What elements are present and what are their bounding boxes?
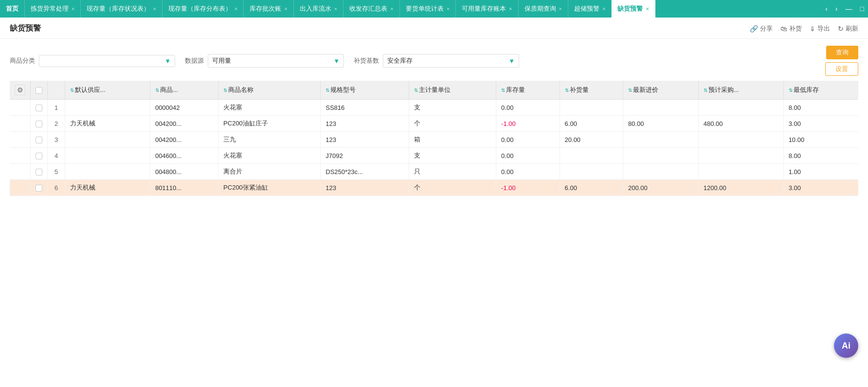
col-header-supplier[interactable]: ⇅默认供应... [65, 81, 150, 100]
row-goods-code-1: 004200... [150, 116, 218, 132]
row-checkbox-3[interactable] [31, 148, 48, 164]
col-header-stock[interactable]: ⇅库存量 [496, 81, 560, 100]
row-replenish-5: 6.00 [560, 180, 623, 196]
row-goods-code-2: 004200... [150, 132, 218, 148]
tab-shortage[interactable]: 缺货预警× [612, 0, 655, 18]
tab-demand-stats[interactable]: 要货单统计表× [400, 0, 456, 18]
col-header-replenish[interactable]: ⇅补货量 [560, 81, 623, 100]
tab-exception[interactable]: 拣货异常处理× [25, 0, 81, 18]
row-min-stock-1: 3.00 [783, 116, 858, 132]
row-select-checkbox-5[interactable] [36, 185, 42, 192]
row-select-checkbox-2[interactable] [36, 137, 42, 143]
datasource-filter-group: 数据源 可用量 ▼ [185, 54, 344, 68]
filter-actions: 查询 设置 [825, 46, 858, 76]
row-min-stock-0: 8.00 [783, 100, 858, 116]
tab-bar: 首页拣货异常处理×现存量（库存状况表）×现存量（库存分布表）×库存批次账×出入库… [0, 0, 868, 18]
tab-home[interactable]: 首页 [0, 0, 25, 18]
table-row: 4 004600... 火花塞 J7092 支 0.00 8.00 [10, 148, 858, 164]
row-select-checkbox-3[interactable] [36, 153, 42, 159]
replenish-base-filter-group: 补货基数 安全库存 ▼ [354, 54, 519, 68]
tab-close-inout-flow[interactable]: × [334, 6, 337, 12]
tab-close-inventory-dist[interactable]: × [235, 6, 237, 12]
tab-maximize-btn[interactable]: □ [856, 5, 868, 13]
tab-inout-flow[interactable]: 出入库流水× [294, 0, 344, 18]
category-select[interactable]: ▼ [39, 55, 175, 67]
share-icon: 🔗 [750, 25, 758, 33]
tab-next-btn[interactable]: › [832, 5, 842, 13]
col-header-goods-name[interactable]: ⇅商品名称 [218, 81, 321, 100]
col-header-latest-price[interactable]: ⇅最新进价 [623, 81, 699, 100]
row-checkbox-4[interactable] [31, 164, 48, 180]
row-spec-4: DS250*23c... [321, 164, 409, 180]
row-settings-1 [10, 116, 31, 132]
row-checkbox-5[interactable] [31, 180, 48, 196]
ai-button[interactable]: Ai [834, 334, 858, 358]
col-header-index [48, 81, 65, 100]
row-checkbox-2[interactable] [31, 132, 48, 148]
col-header-settings[interactable]: ⚙ [10, 81, 31, 100]
row-latest-price-3 [623, 148, 699, 164]
row-unit-5: 个 [409, 180, 496, 196]
col-header-unit[interactable]: ⇅主计量单位 [409, 81, 496, 100]
row-goods-code-0: 0000042 [150, 100, 218, 116]
tab-close-available-ledger[interactable]: × [509, 6, 512, 12]
row-checkbox-0[interactable] [31, 100, 48, 116]
row-checkbox-1[interactable] [31, 116, 48, 132]
tab-close-exception[interactable]: × [72, 6, 74, 12]
row-supplier-2 [65, 132, 150, 148]
main-content: 缺货预警 🔗 分享 🛍 补货 ⇓ 导出 ↻ 刷新 商品分类 [0, 18, 868, 387]
row-min-stock-3: 8.00 [783, 148, 858, 164]
row-supplier-0 [65, 100, 150, 116]
replenish-base-select[interactable]: 安全库存 ▼ [383, 54, 519, 68]
refresh-button[interactable]: ↻ 刷新 [838, 24, 858, 33]
tab-inventory-status[interactable]: 现存量（库存状况表）× [81, 0, 162, 18]
export-label: 导出 [817, 24, 830, 33]
replenish-button[interactable]: 🛍 补货 [780, 24, 802, 33]
tab-close-collection[interactable]: × [390, 6, 393, 12]
tab-expiry-query[interactable]: 保质期查询× [519, 0, 568, 18]
row-min-stock-4: 1.00 [783, 164, 858, 180]
share-button[interactable]: 🔗 分享 [750, 24, 773, 33]
row-settings-5 [10, 180, 31, 196]
export-button[interactable]: ⇓ 导出 [810, 24, 830, 33]
tab-close-demand-stats[interactable]: × [447, 6, 450, 12]
row-goods-code-4: 004800... [150, 164, 218, 180]
tab-close-overstock[interactable]: × [602, 6, 605, 12]
query-button[interactable]: 查询 [826, 46, 858, 59]
tab-close-expiry-query[interactable]: × [559, 6, 562, 12]
col-min-stock-label: 最低库存 [794, 86, 819, 93]
col-header-spec[interactable]: ⇅规格型号 [321, 81, 409, 100]
category-arrow-icon: ▼ [164, 57, 171, 65]
col-header-min-stock[interactable]: ⇅最低库存 [783, 81, 858, 100]
row-latest-price-1: 80.00 [623, 116, 699, 132]
tab-close-shortage[interactable]: × [646, 6, 649, 12]
page-header: 缺货预警 🔗 分享 🛍 补货 ⇓ 导出 ↻ 刷新 [0, 18, 868, 39]
tab-close-inventory-status[interactable]: × [153, 6, 156, 12]
datasource-select[interactable]: 可用量 ▼ [208, 54, 344, 68]
col-supplier-label: 默认供应... [75, 86, 106, 93]
tab-minimize-btn[interactable]: — [842, 5, 856, 13]
tab-overstock[interactable]: 超储预警× [568, 0, 612, 18]
row-select-checkbox-0[interactable] [36, 105, 42, 111]
tab-batch-account[interactable]: 库存批次账× [244, 0, 293, 18]
tab-collection[interactable]: 收发存汇总表× [344, 0, 399, 18]
col-header-goods-code[interactable]: ⇅商品... [150, 81, 218, 100]
row-goods-name-5: PC200张紧油缸 [218, 180, 321, 196]
row-index-2: 3 [48, 132, 65, 148]
gear-icon[interactable]: ⚙ [15, 85, 25, 95]
tab-close-batch-account[interactable]: × [284, 6, 287, 12]
col-header-est-purchase[interactable]: ⇅预计采购... [698, 81, 783, 100]
row-select-checkbox-1[interactable] [36, 121, 42, 127]
row-spec-2: 123 [321, 132, 409, 148]
row-select-checkbox-4[interactable] [36, 169, 42, 176]
row-stock-3: 0.00 [496, 148, 560, 164]
tab-inventory-dist[interactable]: 现存量（库存分布表）× [163, 0, 244, 18]
select-all-checkbox[interactable] [36, 87, 42, 94]
col-header-checkbox[interactable] [31, 81, 48, 100]
tab-prev-btn[interactable]: ‹ [821, 5, 832, 13]
row-unit-4: 只 [409, 164, 496, 180]
tab-available-ledger[interactable]: 可用量库存账本× [456, 0, 518, 18]
table-header-row: ⚙ ⇅默认供应... ⇅商品... ⇅商品名称 ⇅规格型号 ⇅主计量单位 ⇅库存… [10, 81, 858, 100]
table-row: 3 004200... 三九 123 箱 0.00 20.00 10.00 [10, 132, 858, 148]
settings-button[interactable]: 设置 [825, 62, 858, 76]
